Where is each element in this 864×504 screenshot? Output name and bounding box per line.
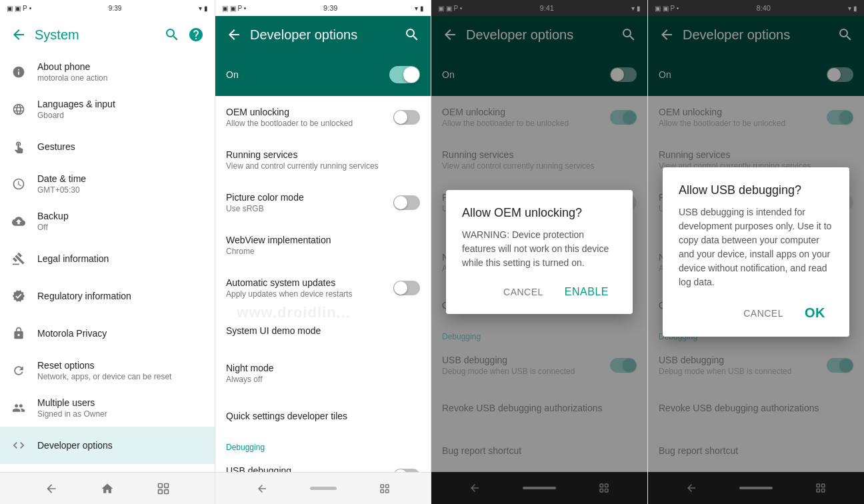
on-label: On: [226, 69, 389, 80]
color-toggle[interactable]: [393, 195, 420, 210]
home-nav-left[interactable]: [99, 481, 115, 497]
usb-dialog: Allow USB debugging? USB debugging is in…: [663, 167, 849, 337]
setting-usb[interactable]: USB debugging Debug mode when USB is con…: [215, 455, 431, 472]
back-nav-left[interactable]: [43, 481, 59, 497]
demo-label: System UI demo mode: [226, 325, 420, 336]
recent-nav-left[interactable]: [155, 481, 171, 497]
wifi-middle: ▾ ▮: [415, 5, 424, 12]
gestures-label: Gestures: [37, 141, 204, 152]
languages-label: Languages & input: [37, 99, 204, 109]
sidebar-item-legal[interactable]: Legal information: [0, 240, 215, 277]
usb-dialog-actions: Cancel OK: [679, 300, 833, 331]
developer-title-middle: Developer options: [250, 27, 396, 43]
system-title: System: [35, 27, 156, 43]
oem-dialog-actions: Cancel Enable: [462, 281, 617, 309]
nav-bar-middle: [215, 472, 431, 504]
setting-night[interactable]: Night mode Always off: [215, 352, 431, 395]
clock-middle: 9:39: [323, 4, 337, 12]
users-icon: [11, 400, 27, 416]
developer-panel-usb-dialog: ▣ ▣ P • 8:40 ▾ ▮ Developer options On OE…: [648, 0, 864, 504]
sidebar-item-users[interactable]: Multiple users Signed in as Owner: [0, 389, 215, 427]
battery-icon-left: ▮: [204, 5, 208, 12]
sidebar-item-developer[interactable]: Developer options: [0, 427, 215, 464]
svg-rect-0: [159, 483, 163, 487]
datetime-sub: GMT+05:30: [37, 185, 204, 195]
oem-dialog-body: WARNING: Device protection features will…: [462, 228, 617, 270]
svg-rect-5: [385, 485, 389, 488]
system-panel: ▣ ▣ P • 9:39 ▾ ▮ System: [0, 0, 215, 504]
setting-autoupdate[interactable]: Automatic system updates Apply updates w…: [215, 267, 431, 309]
setting-color[interactable]: Picture color mode Use sRGB: [215, 181, 431, 224]
usb-toggle[interactable]: [393, 469, 420, 472]
on-toggle-row[interactable]: On: [215, 53, 431, 96]
svg-rect-4: [381, 485, 384, 488]
clock-left: 9:39: [109, 5, 121, 12]
webview-sub: Chrome: [226, 247, 420, 256]
back-button-left[interactable]: [11, 27, 27, 43]
backup-icon: [11, 213, 27, 229]
back-nav-middle[interactable]: [254, 481, 270, 497]
sim-icon: ▣: [7, 5, 13, 12]
sidebar-item-privacy[interactable]: Motorola Privacy: [0, 315, 215, 352]
about-sub: motorola one action: [37, 73, 204, 83]
oem-toggle[interactable]: [393, 110, 420, 125]
users-label: Multiple users: [37, 397, 204, 408]
help-button-left[interactable]: [188, 27, 204, 43]
setting-webview[interactable]: WebView implementation Chrome: [215, 224, 431, 267]
info-icon: [11, 64, 27, 80]
recent-nav-middle[interactable]: [377, 481, 393, 497]
search-button-middle[interactable]: [404, 27, 420, 43]
top-bar-left: System: [0, 16, 215, 53]
sidebar-item-system-updates[interactable]: System updates Updated to Android 9: [0, 464, 215, 472]
oem-enable-button[interactable]: Enable: [557, 281, 617, 303]
developer-panel-base: ▣ ▣ P • 9:39 ▾ ▮ Developer options On ww…: [215, 0, 431, 504]
top-bar-middle: Developer options: [215, 16, 431, 53]
sidebar-item-languages[interactable]: Languages & input Gboard: [0, 91, 215, 128]
developer-panel-oem-dialog: ▣ ▣ P • 9:41 ▾ ▮ Developer options On OE…: [431, 0, 648, 504]
gavel-icon: [11, 251, 27, 267]
oem-label: OEM unlocking: [226, 107, 393, 117]
back-button-middle[interactable]: [226, 27, 242, 43]
status-bar-left: ▣ ▣ P • 9:39 ▾ ▮: [0, 0, 215, 16]
oem-sub: Allow the bootloader to be unlocked: [226, 119, 393, 128]
svg-rect-6: [381, 489, 384, 493]
search-button-left[interactable]: [164, 27, 180, 43]
autoupdate-label: Automatic system updates: [226, 277, 393, 288]
setting-running[interactable]: Running services View and control curren…: [215, 139, 431, 181]
gesture-icon: [11, 139, 27, 155]
users-sub: Signed in as Owner: [37, 409, 204, 419]
sidebar-list: About phone motorola one action Language…: [0, 53, 215, 472]
oem-cancel-button[interactable]: Cancel: [495, 281, 551, 303]
backup-sub: Off: [37, 223, 204, 232]
usb-cancel-button[interactable]: Cancel: [735, 300, 791, 326]
language-icon: [11, 101, 27, 117]
oem-dialog-title: Allow OEM unlocking?: [462, 206, 617, 220]
sidebar-item-regulatory[interactable]: Regulatory information: [0, 277, 215, 315]
datetime-label: Date & time: [37, 173, 204, 184]
usb-dialog-overlay: Allow USB debugging? USB debugging is in…: [648, 0, 864, 504]
usb-dialog-body: USB debugging is intended for developmen…: [679, 205, 833, 289]
night-label: Night mode: [226, 363, 420, 373]
sidebar-item-datetime[interactable]: Date & time GMT+05:30: [0, 165, 215, 203]
sidebar-item-about[interactable]: About phone motorola one action: [0, 53, 215, 91]
main-toggle-thumb: [403, 67, 419, 83]
color-sub: Use sRGB: [226, 204, 393, 213]
verified-icon: [11, 288, 27, 304]
sidebar-item-gestures[interactable]: Gestures: [0, 128, 215, 165]
sidebar-item-reset[interactable]: Reset options Network, apps, or device c…: [0, 352, 215, 389]
setting-demo[interactable]: System UI demo mode: [215, 309, 431, 352]
main-toggle[interactable]: [389, 66, 420, 83]
home-nav-middle[interactable]: [310, 487, 337, 490]
color-label: Picture color mode: [226, 192, 393, 203]
autoupdate-toggle[interactable]: [393, 281, 420, 295]
icons-middle: ▣ ▣ P •: [222, 5, 246, 12]
usb-ok-button[interactable]: OK: [797, 300, 833, 326]
wifi-icon-left: ▾: [199, 5, 202, 12]
sidebar-item-backup[interactable]: Backup Off: [0, 203, 215, 240]
reset-label: Reset options: [37, 360, 204, 371]
setting-oem[interactable]: OEM unlocking Allow the bootloader to be…: [215, 96, 431, 139]
status-bar-middle: ▣ ▣ P • 9:39 ▾ ▮: [215, 0, 431, 16]
usb-dialog-title: Allow USB debugging?: [679, 183, 833, 197]
oem-dialog: Allow OEM unlocking? WARNING: Device pro…: [446, 190, 633, 314]
setting-quicktiles[interactable]: Quick settings developer tiles: [215, 395, 431, 437]
